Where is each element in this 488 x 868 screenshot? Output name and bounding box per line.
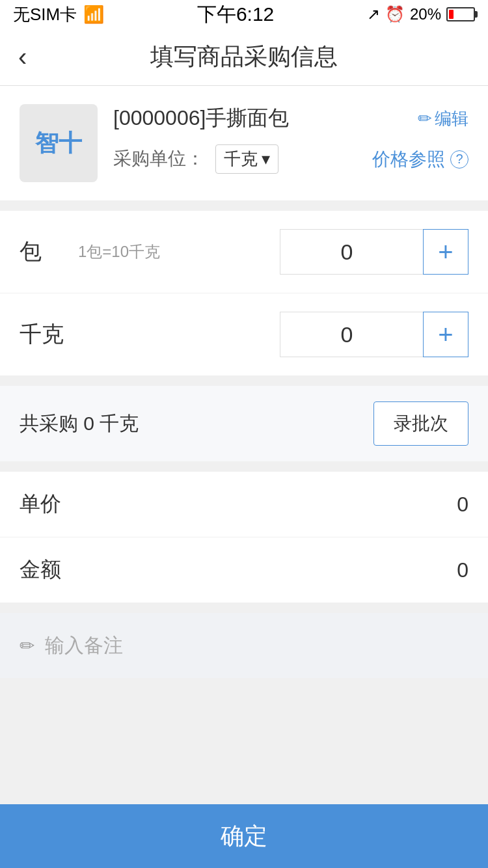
unit-dropdown[interactable]: 千克 ▾: [215, 144, 278, 174]
price-section: 单价 0 金额 0: [0, 472, 488, 603]
total-prefix: 共采购: [20, 413, 78, 434]
kg-plus-button[interactable]: +: [423, 312, 468, 357]
total-amount: 0: [83, 413, 94, 434]
status-left: 无SIM卡 📶: [13, 3, 104, 26]
bag-plus-button[interactable]: +: [423, 229, 468, 275]
batch-button[interactable]: 录批次: [373, 401, 468, 446]
product-name: [0000006]手撕面包: [113, 104, 289, 133]
unit-price-value: 0: [457, 493, 468, 517]
price-reference[interactable]: 价格参照 ?: [372, 147, 468, 172]
carrier-text: 无SIM卡: [13, 3, 77, 26]
page-title: 填写商品采购信息: [150, 41, 338, 73]
product-info: [0000006]手撕面包 ✏ 编辑 采购单位： 千克 ▾ 价格参照 ?: [113, 104, 468, 174]
unit-label: 采购单位：: [113, 148, 204, 169]
total-text: 共采购 0 千克: [20, 411, 139, 437]
bag-sublabel: 1包=10千克: [78, 241, 280, 262]
amount-label: 金额: [20, 556, 61, 584]
bag-input-wrap: +: [280, 229, 468, 275]
kg-quantity-input[interactable]: [280, 312, 423, 357]
pencil-icon: ✏: [20, 635, 34, 657]
unit-value: 千克: [224, 148, 258, 170]
alarm-icon: ⏰: [385, 5, 405, 23]
unit-price-label: 单价: [20, 490, 61, 519]
note-section[interactable]: ✏ 输入备注: [0, 613, 488, 678]
price-ref-label: 价格参照: [372, 147, 445, 172]
kg-label: 千克: [20, 319, 72, 349]
edit-label: 编辑: [435, 107, 468, 130]
bag-quantity-input[interactable]: [280, 229, 423, 275]
note-placeholder: 输入备注: [45, 632, 123, 659]
amount-row: 金额 0: [0, 537, 488, 603]
quantity-section: 包 1包=10千克 + 千克 +: [0, 211, 488, 375]
wifi-icon: 📶: [83, 5, 104, 25]
back-button[interactable]: ‹: [18, 42, 27, 72]
kg-input-wrap: +: [280, 312, 468, 357]
status-right: ↗ ⏰ 20%: [367, 5, 475, 23]
edit-icon: ✏: [418, 109, 432, 129]
total-unit: 千克: [100, 413, 139, 434]
price-ref-help-icon: ?: [450, 150, 468, 169]
qty-bag-row: 包 1包=10千克 +: [0, 211, 488, 293]
amount-value: 0: [457, 558, 468, 582]
status-time: 下午6:12: [197, 1, 274, 28]
battery-percent: 20%: [410, 5, 441, 23]
total-row: 共采购 0 千克 录批次: [0, 386, 488, 461]
qty-kg-row: 千克 +: [0, 293, 488, 375]
unit-price-row: 单价 0: [0, 472, 488, 537]
product-image: 智十: [20, 104, 98, 182]
nav-bar: ‹ 填写商品采购信息: [0, 29, 488, 86]
bag-label: 包: [20, 237, 72, 267]
location-icon: ↗: [367, 5, 380, 23]
product-logo: 智十: [35, 128, 82, 159]
battery-icon: [446, 7, 475, 21]
status-bar: 无SIM卡 📶 下午6:12 ↗ ⏰ 20%: [0, 0, 488, 29]
product-card: 智十 [0000006]手撕面包 ✏ 编辑 采购单位： 千克 ▾ 价格参照 ?: [0, 86, 488, 200]
unit-selector: 采购单位： 千克 ▾: [113, 144, 278, 174]
dropdown-arrow-icon: ▾: [262, 149, 270, 169]
confirm-button[interactable]: 确定: [0, 804, 488, 868]
edit-button[interactable]: ✏ 编辑: [418, 107, 468, 130]
